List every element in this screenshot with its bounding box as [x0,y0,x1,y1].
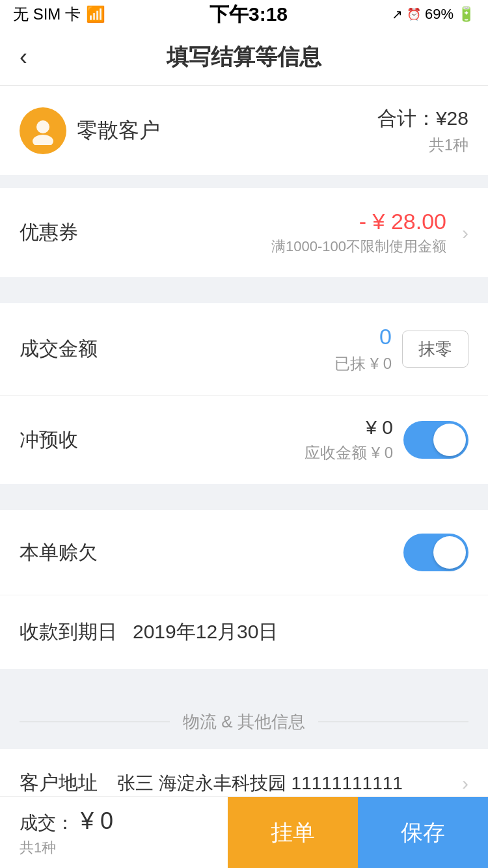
address-value: 张三 海淀永丰科技园 11111111111 [117,771,457,796]
svg-point-0 [36,120,49,133]
credit-row: 本单赊欠 [0,510,488,595]
customer-summary: 合计：¥28 共1种 [377,105,468,156]
bottom-deal-amount: ¥ 0 [81,807,113,835]
back-button[interactable]: ‹ [20,44,27,71]
deal-amount-sub: 已抹 ¥ 0 [334,353,392,374]
status-bar: 无 SIM 卡 📶 下午3:18 ↗ ⏰ 69% 🔋 [0,0,488,29]
bottom-bar: 成交： ¥ 0 共1种 挂单 保存 [0,796,488,868]
total-amount: 合计：¥28 [377,105,468,132]
coupon-right: - ¥ 28.00 满1000-100不限制使用金额 › [271,209,468,256]
coupon-sub-text: 满1000-100不限制使用金额 [271,237,446,256]
prepaid-sub: 应收金额 ¥ 0 [305,442,393,463]
deal-amount-right: 0 已抹 ¥ 0 抹零 [334,324,468,374]
wifi-icon: 📶 [86,5,105,23]
chevron-right-icon: › [462,222,468,244]
mo-ling-button[interactable]: 抹零 [402,331,468,368]
content: 零散客户 合计：¥28 共1种 优惠券 - ¥ 28.00 满1000-100不… [0,86,488,868]
location-icon: ↗ [392,7,403,22]
avatar [20,107,66,154]
battery-icon: 🔋 [457,6,475,23]
bottom-info: 成交： ¥ 0 共1种 [0,807,228,858]
save-button[interactable]: 保存 [358,797,488,869]
due-date-row: 收款到期日 2019年12月30日 [0,595,488,669]
prepaid-label: 冲预收 [20,427,78,454]
customer-left: 零散客户 [20,107,160,154]
toggle-knob [433,424,466,456]
carrier-label: 无 SIM 卡 [13,4,81,25]
deal-amount-row: 成交金额 0 已抹 ¥ 0 抹零 [0,303,488,396]
prepaid-row: 冲预收 ¥ 0 应收金额 ¥ 0 [0,396,488,484]
customer-name: 零散客户 [77,116,160,145]
logistics-text: 物流 & 其他信息 [183,711,305,733]
amount-section: 成交金额 0 已抹 ¥ 0 抹零 冲预收 ¥ 0 应收金额 ¥ 0 [0,303,488,484]
customer-row: 零散客户 合计：¥28 共1种 [0,86,488,175]
coupon-section: 优惠券 - ¥ 28.00 满1000-100不限制使用金额 › [0,188,488,277]
logistics-line-left [20,722,170,722]
battery-label: 69% [425,6,454,23]
time-display: 下午3:18 [210,1,288,28]
pending-button[interactable]: 挂单 [228,797,358,869]
svg-point-1 [33,135,53,145]
status-left: 无 SIM 卡 📶 [13,4,105,25]
due-date-label: 收款到期日 [20,619,117,645]
deal-amount-label: 成交金额 [20,336,98,362]
due-date-value[interactable]: 2019年12月30日 [133,619,278,645]
page-title: 填写结算等信息 [167,42,321,72]
prepaid-toggle[interactable] [403,421,468,459]
status-right: ↗ ⏰ 69% 🔋 [392,6,475,23]
bottom-deal-row: 成交： ¥ 0 [20,807,208,835]
prepaid-right: ¥ 0 应收金额 ¥ 0 [305,416,468,463]
coupon-label: 优惠券 [20,219,78,246]
alarm-icon: ⏰ [407,7,421,21]
nav-bar: ‹ 填写结算等信息 [0,29,488,86]
credit-label: 本单赊欠 [20,539,98,566]
logistics-line-right [318,722,468,722]
coupon-row[interactable]: 优惠券 - ¥ 28.00 满1000-100不限制使用金额 › [0,188,488,277]
logistics-divider: 物流 & 其他信息 [0,695,488,749]
credit-toggle[interactable] [403,534,468,571]
bottom-deal-label: 成交： [20,811,74,835]
credit-toggle-knob [433,536,466,569]
address-chevron-icon: › [462,772,468,794]
divider-3 [0,682,488,695]
deal-amount-value[interactable]: 0 [334,324,392,349]
coupon-discount-value: - ¥ 28.00 [271,209,446,234]
address-label: 客户地址 [20,770,98,796]
prepaid-value: ¥ 0 [305,416,393,439]
divider-2 [0,497,488,510]
bottom-count: 共1种 [20,838,208,858]
total-count: 共1种 [377,135,468,156]
customer-card: 零散客户 合计：¥28 共1种 [0,86,488,175]
credit-section: 本单赊欠 收款到期日 2019年12月30日 [0,510,488,669]
divider-1 [0,290,488,303]
